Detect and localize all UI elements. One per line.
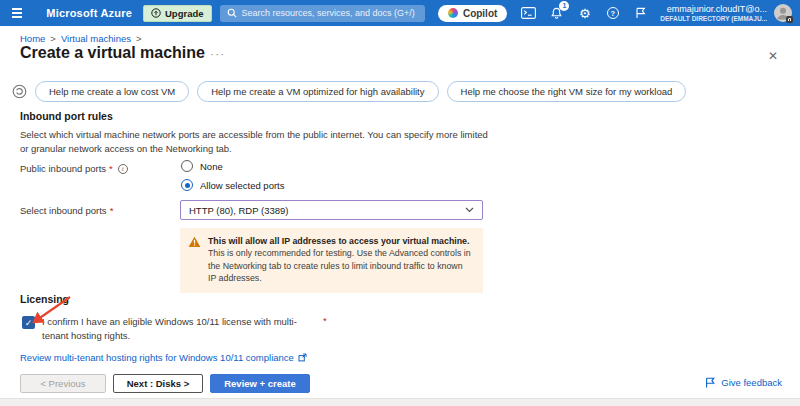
upgrade-button[interactable]: Upgrade bbox=[143, 5, 212, 22]
account-directory: DEFAULT DIRECTORY (EMMAJU... bbox=[660, 15, 767, 23]
chevron-down-icon bbox=[465, 207, 474, 213]
suggestion-right-vm-size[interactable]: Help me choose the right VM size for my … bbox=[447, 81, 687, 102]
warning-banner: This will allow all IP addresses to acce… bbox=[180, 228, 483, 293]
give-feedback-link[interactable]: Give feedback bbox=[704, 377, 782, 388]
topbar-icons: 1 ⚙ ? bbox=[521, 6, 648, 21]
breadcrumb-home[interactable]: Home bbox=[20, 33, 45, 44]
breadcrumb: Home > Virtual machines > bbox=[20, 33, 142, 44]
required-asterisk: * bbox=[109, 163, 113, 174]
warning-text: This will allow all IP addresses to acce… bbox=[208, 235, 473, 285]
brand-microsoft-azure[interactable]: Microsoft Azure bbox=[46, 7, 132, 19]
suggestion-high-availability-vm[interactable]: Help me create a VM optimized for high a… bbox=[197, 81, 438, 102]
select-inbound-ports-text: Select inbound ports bbox=[20, 205, 107, 216]
dropdown-value: HTTP (80), RDP (3389) bbox=[189, 205, 288, 216]
radio-none[interactable]: None bbox=[181, 160, 223, 172]
search-input[interactable] bbox=[242, 8, 418, 18]
warning-triangle-icon bbox=[188, 236, 201, 248]
notification-badge: 1 bbox=[559, 1, 569, 11]
inbound-port-rules-heading: Inbound port rules bbox=[20, 110, 113, 122]
licensing-checkbox-row: ✓ I confirm I have an eligible Windows 1… bbox=[22, 315, 327, 343]
topbar: Microsoft Azure Upgrade Copilot 1 ⚙ ? bbox=[0, 0, 800, 26]
warning-bold-text: This will allow all IP addresses to acce… bbox=[208, 236, 469, 246]
public-inbound-ports-text: Public inbound ports bbox=[20, 163, 106, 174]
radio-circle-selected bbox=[181, 179, 193, 191]
previous-button[interactable]: < Previous bbox=[20, 374, 106, 393]
page-title: Create a virtual machine bbox=[20, 44, 205, 62]
info-icon[interactable]: i bbox=[118, 164, 128, 174]
checkmark-icon: ✓ bbox=[25, 318, 33, 328]
notifications-bell-icon[interactable]: 1 bbox=[549, 6, 564, 21]
search-icon bbox=[227, 8, 237, 18]
compliance-link-text: Review multi-tenant hosting rights for W… bbox=[20, 352, 294, 363]
upgrade-arrow-icon bbox=[151, 8, 161, 18]
account-info[interactable]: emmajunior.cloudIT@o... DEFAULT DIRECTOR… bbox=[660, 4, 767, 23]
account-email: emmajunior.cloudIT@o... bbox=[660, 4, 767, 15]
select-inbound-ports-label: Select inbound ports * bbox=[20, 205, 113, 216]
copilot-icon bbox=[448, 8, 458, 18]
next-disks-button[interactable]: Next : Disks > bbox=[113, 374, 203, 393]
suggestion-low-cost-vm[interactable]: Help me create a low cost VM bbox=[35, 81, 189, 102]
radio-circle-unselected bbox=[181, 160, 193, 172]
radio-allow-label: Allow selected ports bbox=[200, 180, 284, 191]
select-inbound-ports-dropdown[interactable]: HTTP (80), RDP (3389) bbox=[180, 200, 483, 220]
copilot-button[interactable]: Copilot bbox=[438, 5, 507, 22]
copilot-suggestions-row: Help me create a low cost VM Help me cre… bbox=[12, 81, 686, 102]
copilot-outline-icon bbox=[12, 84, 27, 99]
licensing-checkbox[interactable]: ✓ bbox=[22, 316, 35, 329]
give-feedback-flag-icon bbox=[704, 377, 716, 388]
required-asterisk: * bbox=[323, 315, 327, 326]
compliance-link[interactable]: Review multi-tenant hosting rights for W… bbox=[20, 352, 307, 363]
azure-portal-window: Microsoft Azure Upgrade Copilot 1 ⚙ ? bbox=[0, 0, 800, 406]
external-link-icon bbox=[298, 353, 307, 362]
inbound-description: Select which virtual machine network por… bbox=[20, 128, 498, 157]
review-create-button[interactable]: Review + create bbox=[210, 374, 310, 393]
public-inbound-ports-label: Public inbound ports * i bbox=[20, 163, 128, 174]
warning-body-text: This is only recommended for testing. Us… bbox=[208, 248, 471, 283]
avatar[interactable] bbox=[774, 4, 792, 22]
breadcrumb-separator: > bbox=[50, 33, 56, 44]
more-options-ellipsis[interactable]: ··· bbox=[210, 48, 226, 60]
settings-gear-icon[interactable]: ⚙ bbox=[577, 6, 592, 21]
breadcrumb-separator: > bbox=[136, 33, 142, 44]
feedback-flag-icon[interactable] bbox=[633, 6, 648, 21]
bottom-strip bbox=[0, 398, 800, 406]
hamburger-menu-icon[interactable] bbox=[12, 8, 22, 18]
help-icon[interactable]: ? bbox=[605, 6, 620, 21]
breadcrumb-virtual-machines[interactable]: Virtual machines bbox=[61, 33, 131, 44]
required-asterisk: * bbox=[110, 205, 114, 216]
radio-none-label: None bbox=[200, 161, 223, 172]
copilot-label: Copilot bbox=[463, 8, 497, 19]
give-feedback-label: Give feedback bbox=[721, 377, 782, 388]
upgrade-label: Upgrade bbox=[165, 8, 204, 19]
cloud-shell-icon[interactable] bbox=[521, 6, 536, 21]
licensing-checkbox-label: I confirm I have an eligible Windows 10/… bbox=[42, 315, 302, 343]
close-icon[interactable]: ✕ bbox=[768, 49, 778, 63]
lock-icon bbox=[786, 16, 793, 23]
global-search[interactable] bbox=[220, 5, 425, 22]
radio-allow-selected-ports[interactable]: Allow selected ports bbox=[181, 179, 284, 191]
licensing-heading: Licensing bbox=[20, 293, 69, 305]
